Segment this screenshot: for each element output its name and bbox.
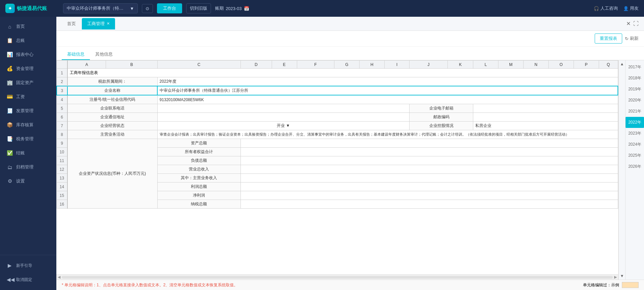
- regcode-value[interactable]: 91320100MA208E5W6K: [157, 95, 618, 104]
- topbar-right: 🎧 人工咨询 👤 用友: [594, 5, 639, 11]
- year-item-2025[interactable]: 2025年: [626, 150, 644, 161]
- tax-total-value[interactable]: [240, 200, 618, 209]
- col-header-N[interactable]: N: [523, 61, 548, 69]
- col-header-H[interactable]: H: [359, 61, 384, 69]
- sub-tab-basic[interactable]: 基础信息: [62, 49, 90, 60]
- profit-value[interactable]: [240, 183, 618, 191]
- row-num-16: 16: [57, 200, 67, 209]
- col-header-B[interactable]: B: [106, 61, 157, 69]
- sidebar-item-finance[interactable]: 💰 资金管理: [0, 62, 56, 76]
- year-item-2023[interactable]: 2023年: [626, 128, 644, 139]
- year-item-2019[interactable]: 2019年: [626, 84, 644, 95]
- col-header-J[interactable]: J: [410, 61, 448, 69]
- refresh-button[interactable]: ↻ 刷新: [625, 33, 639, 44]
- tab-home[interactable]: 首页: [62, 18, 81, 29]
- period-label: 税款所属期间：: [67, 77, 158, 86]
- tab-close-icon[interactable]: ✕: [107, 21, 110, 26]
- h-scrollbar[interactable]: ◀ ▶: [56, 274, 618, 280]
- spreadsheet-wrap[interactable]: A B C D E F G H I J K L: [56, 60, 618, 274]
- sidebar-item-payroll[interactable]: 💳 工资: [0, 90, 56, 104]
- row-num-5: 5: [57, 104, 67, 113]
- ownership-value[interactable]: 私营企业: [473, 122, 618, 130]
- old-version-button[interactable]: 切到旧版: [186, 3, 211, 13]
- col-header-I[interactable]: I: [384, 61, 409, 69]
- main-revenue-value[interactable]: [240, 174, 618, 183]
- user-icon: 👤: [623, 6, 629, 11]
- phone-value[interactable]: [157, 104, 410, 113]
- calendar-icon[interactable]: 📅: [244, 6, 249, 11]
- year-item-2021[interactable]: 2021年: [626, 106, 644, 117]
- business-value[interactable]: 审查企业会计报表；出具审计报告；验证企业资本；出具验资报告；办理企业合开、分立、…: [157, 130, 618, 139]
- sidebar-item-report[interactable]: 📊 报表中心: [0, 48, 56, 62]
- sidebar-item-inventory[interactable]: 📦 库存核算: [0, 118, 56, 132]
- spreadsheet-title[interactable]: 工商年报信息表: [67, 69, 618, 77]
- ledger-icon: 📋: [7, 38, 13, 44]
- arrow-up-button[interactable]: ▲: [620, 62, 624, 66]
- profit-label: 利润总额: [157, 183, 240, 191]
- col-header-F[interactable]: F: [297, 61, 334, 69]
- tab-home-label: 首页: [67, 21, 76, 27]
- user-item[interactable]: 👤 用友: [623, 5, 639, 11]
- year-item-2018[interactable]: 2018年: [626, 73, 644, 84]
- company-selector[interactable]: 中审众环会计师事务所（特殊普通合伙... ▼: [63, 3, 138, 13]
- liabilities-value[interactable]: [240, 156, 618, 165]
- net-profit-value[interactable]: [240, 191, 618, 200]
- account-period-value: 2023-03: [226, 6, 242, 11]
- sidebar-item-label: 资金管理: [16, 66, 34, 72]
- col-header-G[interactable]: G: [334, 61, 359, 69]
- col-header-L[interactable]: L: [473, 61, 498, 69]
- year-item-2020[interactable]: 2020年: [626, 95, 644, 106]
- sidebar-item-guide[interactable]: ▶ 新手引导: [0, 259, 56, 273]
- col-header-O[interactable]: O: [548, 61, 574, 69]
- sidebar-item-settings[interactable]: ⚙ 设置: [0, 174, 56, 188]
- sidebar-item-unpin[interactable]: ◀◀ 取消固定: [0, 273, 56, 287]
- ownership-label: 企业控股情况: [410, 122, 473, 130]
- year-item-2022[interactable]: 2022年: [626, 117, 644, 128]
- address-value[interactable]: [157, 113, 410, 122]
- revenue-label: 营业总收入: [157, 165, 240, 174]
- headset-icon: 🎧: [594, 6, 599, 11]
- col-header-E[interactable]: E: [272, 61, 297, 69]
- sidebar-item-assets[interactable]: 🏢 固定资产: [0, 76, 56, 90]
- sidebar-item-tax[interactable]: 📑 税务管理: [0, 132, 56, 146]
- col-header-P[interactable]: P: [574, 61, 599, 69]
- copy-button[interactable]: ⊙: [142, 4, 153, 13]
- sidebar-item-invoice[interactable]: 🧾 发票管理: [0, 104, 56, 118]
- col-header-K[interactable]: K: [447, 61, 473, 69]
- equity-value[interactable]: [240, 148, 618, 156]
- col-header-D[interactable]: D: [240, 61, 272, 69]
- col-header-A[interactable]: A: [67, 61, 106, 69]
- close-panel-button[interactable]: ✕: [626, 20, 631, 27]
- year-label: 2023年: [628, 131, 641, 136]
- sidebar-item-closing[interactable]: ✅ 结账: [0, 146, 56, 160]
- company-value[interactable]: 中审众环会计师事务所（特殊普通合伙）江苏分所: [157, 86, 618, 95]
- email-value[interactable]: [473, 104, 618, 113]
- col-header-C[interactable]: C: [157, 61, 240, 69]
- total-assets-value[interactable]: [240, 139, 618, 148]
- period-value[interactable]: 2022年度: [157, 77, 618, 86]
- sidebar-item-archive[interactable]: 🗂 归档管理: [0, 160, 56, 174]
- reset-button[interactable]: 重置报表: [595, 33, 622, 44]
- net-profit-label: 净利润: [157, 191, 240, 200]
- col-header-Q[interactable]: Q: [599, 61, 618, 69]
- year-item-2017[interactable]: 2017年: [626, 62, 644, 73]
- h-scroll-track[interactable]: [62, 276, 613, 279]
- year-item-2026[interactable]: 2026年: [626, 161, 644, 172]
- sub-tab-other[interactable]: 其他信息: [90, 49, 118, 60]
- expand-panel-button[interactable]: ⛶: [633, 21, 639, 27]
- year-item-2024[interactable]: 2024年: [626, 139, 644, 150]
- workbench-button[interactable]: 工作台: [157, 3, 182, 13]
- revenue-value[interactable]: [240, 165, 618, 174]
- sidebar-item-label: 首页: [16, 23, 25, 29]
- sub-tab-other-label: 其他信息: [95, 52, 113, 57]
- postal-value[interactable]: [473, 113, 618, 122]
- invoice-icon: 🧾: [7, 108, 13, 114]
- sidebar-item-label: 库存核算: [16, 122, 34, 128]
- arrow-down-button[interactable]: ▼: [620, 274, 624, 278]
- status-value[interactable]: 开业 ▼: [157, 122, 410, 130]
- sidebar-item-ledger[interactable]: 📋 总账: [0, 33, 56, 48]
- sidebar-item-home[interactable]: ⌂ 首页: [0, 19, 56, 33]
- col-header-M[interactable]: M: [498, 61, 523, 69]
- tab-commerce[interactable]: 工商管理 ✕: [82, 18, 115, 29]
- consult-item[interactable]: 🎧 人工咨询: [594, 5, 618, 11]
